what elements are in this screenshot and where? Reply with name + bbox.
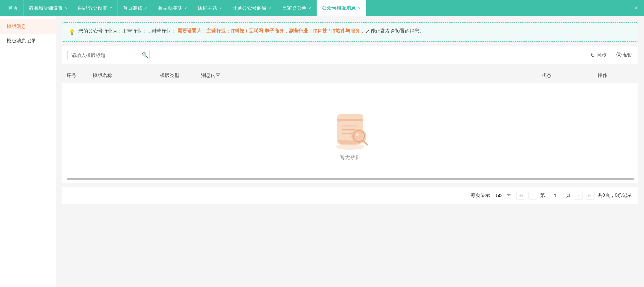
last-page-button[interactable]: ⏭: [586, 191, 595, 200]
first-page-button[interactable]: ⏮: [516, 191, 525, 200]
notice-suffix: 才能正常发送预置的消息。: [366, 28, 424, 34]
close-category-tab[interactable]: ×: [110, 6, 112, 10]
close-menu-tab[interactable]: ×: [309, 6, 311, 10]
nav-tab-home-label: 首页: [8, 5, 18, 12]
sidebar-item-template-msg-label: 模版消息: [7, 24, 26, 29]
sidebar-item-template-record-label: 模版消息记录: [7, 38, 36, 43]
help-icon: ⓪: [616, 52, 622, 58]
scrollbar-track[interactable]: [67, 178, 634, 180]
nav-tab-mall-label: 开通公众号商城: [232, 5, 266, 12]
nav-tab-theme[interactable]: 店铺主题 ×: [192, 0, 227, 16]
toolbar-divider: |: [611, 52, 612, 58]
nav-tab-productpage-label: 商品页装修: [158, 5, 182, 12]
close-wshop-tab[interactable]: ×: [65, 6, 67, 10]
sidebar: 模版消息 模版消息记录: [0, 16, 56, 287]
notice-text: 您的公众号行业为：主营行业：，副营行业： 需要设置为：主营行业：IT科技 / 互…: [78, 27, 424, 35]
nav-tab-theme-label: 店铺主题: [198, 5, 217, 12]
table-container: 序号 模版名称 模版类型 消息内容 状态 操作: [62, 68, 638, 183]
nav-tab-productpage[interactable]: 商品页装修 ×: [152, 0, 192, 16]
nav-tab-homepage[interactable]: 首页装修 ×: [118, 0, 152, 16]
bulb-icon: 💡: [68, 28, 76, 37]
total-label: 共0页，0条记录: [598, 192, 632, 199]
nav-tab-menu[interactable]: 自定义菜单 ×: [277, 0, 317, 16]
pagination-row: 每页显示 50 10 20 100 ⏮ ‹ 第 页 › ⏭ 共0页，0条记录: [62, 187, 638, 204]
sidebar-item-template-record[interactable]: 模版消息记录: [0, 34, 56, 48]
col-content: 消息内容: [197, 68, 537, 83]
close-productpage-tab[interactable]: ×: [184, 6, 187, 10]
nav-tab-wshop[interactable]: 微商城店铺设置 ×: [24, 0, 73, 16]
prev-page-button[interactable]: ‹: [528, 191, 537, 200]
close-all-button[interactable]: ×: [632, 5, 641, 12]
nav-tab-home[interactable]: 首页: [3, 0, 24, 16]
col-name: 模版名称: [88, 68, 155, 83]
table-header: 序号 模版名称 模版类型 消息内容 状态 操作: [62, 68, 638, 83]
toolbar-row: 🔍 ↻ 同步 | ⓪ 帮助: [62, 46, 638, 64]
col-type: 模版类型: [155, 68, 197, 83]
nav-tab-template[interactable]: 公众号模版消息 ×: [317, 0, 366, 16]
svg-line-6: [363, 140, 367, 145]
col-action: 操作: [593, 68, 638, 83]
nav-tab-homepage-label: 首页装修: [123, 5, 142, 12]
toolbar-right: ↻ 同步 | ⓪ 帮助: [591, 52, 633, 58]
empty-state: 暂无数据: [62, 83, 638, 176]
empty-text: 暂无数据: [340, 154, 361, 161]
nav-tab-mall[interactable]: 开通公众号商城 ×: [227, 0, 277, 16]
next-page-button[interactable]: ›: [574, 191, 583, 200]
nav-tab-category-label: 商品分类设置: [78, 5, 107, 12]
scrollbar-thumb: [67, 178, 634, 180]
sync-icon: ↻: [591, 52, 595, 58]
search-icon: 🔍: [142, 52, 148, 58]
col-index: 序号: [62, 68, 88, 83]
page-suffix: 页: [566, 192, 571, 199]
close-homepage-tab[interactable]: ×: [145, 6, 147, 10]
close-mall-tab[interactable]: ×: [269, 6, 271, 10]
nav-tab-template-label: 公众号模版消息: [322, 5, 356, 12]
page-size-label: 每页显示: [471, 192, 490, 199]
page-number-input[interactable]: [548, 192, 563, 199]
nav-tab-menu-label: 自定义菜单: [282, 5, 306, 12]
empty-illustration: [326, 106, 375, 154]
notice-highlight: 需要设置为：主营行业：IT科技 / 互联网|电子商务，副营行业：IT科技 / I…: [177, 28, 365, 34]
help-label: 帮助: [623, 52, 633, 58]
info-notice: 💡 您的公众号行业为：主营行业：，副营行业： 需要设置为：主营行业：IT科技 /…: [62, 22, 638, 42]
content-area: 💡 您的公众号行业为：主营行业：，副营行业： 需要设置为：主营行业：IT科技 /…: [56, 16, 644, 287]
search-input[interactable]: [68, 51, 138, 60]
nav-tab-category[interactable]: 商品分类设置 ×: [73, 0, 117, 16]
search-box: 🔍: [67, 50, 150, 60]
scrollbar-row: [62, 176, 638, 183]
sync-button[interactable]: ↻ 同步: [591, 52, 606, 58]
svg-point-7: [356, 133, 359, 136]
help-button[interactable]: ⓪ 帮助: [616, 52, 633, 58]
nav-tab-wshop-label: 微商城店铺设置: [29, 5, 63, 12]
close-theme-tab[interactable]: ×: [219, 6, 222, 10]
col-status: 状态: [537, 68, 593, 83]
notice-prefix: 您的公众号行业为：主营行业：，副营行业：: [78, 28, 176, 34]
main-layout: 模版消息 模版消息记录 💡 您的公众号行业为：主营行业：，副营行业： 需要设置为…: [0, 16, 644, 287]
search-button[interactable]: 🔍: [138, 50, 150, 60]
page-label: 第: [540, 192, 545, 199]
top-navigation: 首页 微商城店铺设置 × 商品分类设置 × 首页装修 × 商品页装修 × 店铺主…: [0, 0, 644, 16]
page-size-select[interactable]: 50 10 20 100: [493, 192, 513, 199]
sync-label: 同步: [597, 52, 606, 58]
sidebar-item-template-msg[interactable]: 模版消息: [0, 19, 56, 34]
close-template-tab[interactable]: ×: [358, 6, 360, 10]
